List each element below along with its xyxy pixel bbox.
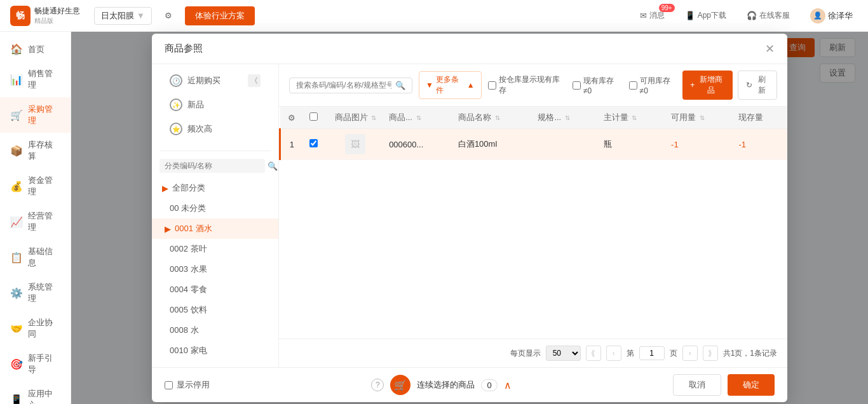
product-table: ⚙ 商品图片 ⇅ [279, 107, 787, 160]
show-disabled-section: 显示停用 [165, 379, 210, 391]
cancel-button[interactable]: 取消 [673, 374, 721, 396]
star-icon: ⭐ [170, 123, 182, 135]
quick-access-section: 🕐 近期购买 《 ✨ 新品 ⭐ 频次高 [152, 71, 278, 145]
category-00[interactable]: 00 未分类 [152, 198, 278, 219]
refresh-table-button[interactable]: ↻ 刷新 [738, 71, 777, 100]
category-0003[interactable]: 0003 水果 [152, 259, 278, 279]
col-unit-header: 主计量 ⇅ [597, 107, 665, 129]
footer-collapse-button[interactable]: ∧ [504, 379, 512, 391]
message-badge: 99+ [659, 4, 675, 12]
warehouse-checkbox[interactable] [488, 81, 496, 90]
row-code: 000600... [383, 129, 452, 160]
settings-cog-icon[interactable]: ⚙ [288, 113, 295, 123]
category-0001[interactable]: ▶ 0001 酒水 [152, 219, 278, 239]
modal-close-button[interactable]: ✕ [765, 43, 775, 55]
sort-spec-icon: ⇅ [565, 114, 570, 121]
apps-icon: 📱 [10, 394, 23, 405]
row-num: 1 [280, 129, 303, 160]
sort-code-icon: ⇅ [416, 114, 421, 121]
sidebar-item-basic[interactable]: 📋 基础信息 [0, 239, 71, 275]
sidebar-item-system[interactable]: ⚙️ 系统管理 [0, 275, 71, 311]
sidebar-item-collab[interactable]: 🤝 企业协同 [0, 311, 71, 346]
main-content: 查询 刷新 设置 商品参照 ✕ 🕐 [71, 32, 868, 404]
settings-icon-btn[interactable]: ⚙ [159, 8, 177, 23]
add-product-button[interactable]: + 新增商品 [682, 71, 733, 100]
nav-right: ✉ 消息 99+ 📱 App下载 🎧 在线客服 👤 徐泽华 [635, 6, 858, 26]
app-download-button[interactable]: 📱 App下载 [680, 8, 731, 24]
page-size-select[interactable]: 50 100 200 [546, 346, 581, 361]
checkbox-stock-nonzero[interactable]: 现有库存≠0 [573, 76, 620, 95]
sidebar: 🏠 首页 📊 销售管理 🛒 采购管理 📦 库存核算 💰 资金管理 📈 经营管理 … [0, 32, 71, 404]
row-available: -1 [665, 129, 732, 160]
col-checkbox [303, 107, 329, 129]
user-menu[interactable]: 👤 徐泽华 [805, 6, 858, 26]
help-icon[interactable]: ? [371, 379, 384, 391]
table-row[interactable]: 1 🖼 [280, 129, 788, 160]
category-all[interactable]: ▶ 全部分类 [152, 178, 278, 198]
category-0002[interactable]: 0002 茶叶 [152, 239, 278, 259]
avatar: 👤 [810, 8, 825, 24]
available-nonzero-checkbox[interactable] [629, 81, 637, 90]
more-filter-button[interactable]: ▼ 更多条件 ▲ [419, 71, 482, 99]
sidebar-item-business[interactable]: 📈 经营管理 [0, 204, 71, 239]
main-layout: 🏠 首页 📊 销售管理 🛒 采购管理 📦 库存核算 💰 资金管理 📈 经营管理 … [0, 32, 868, 404]
col-settings: ⚙ [280, 107, 303, 129]
sidebar-item-apps[interactable]: 📱 应用中心 [0, 382, 71, 404]
row-checkbox-cell[interactable] [303, 129, 329, 160]
page-number-input[interactable] [639, 346, 665, 360]
category-search-input[interactable] [159, 159, 265, 173]
collab-icon: 🤝 [10, 323, 23, 335]
experience-button[interactable]: 体验行业方案 [185, 6, 255, 25]
last-page-button[interactable]: ⟫ [703, 346, 718, 361]
checkbox-warehouse[interactable]: 按仓库显示现有库存 [488, 74, 564, 96]
sidebar-item-inventory[interactable]: 📦 库存核算 [0, 133, 71, 168]
category-search-icon[interactable]: 🔍 [268, 161, 278, 171]
category-0010[interactable]: 0010 家电 [152, 340, 278, 361]
online-service-button[interactable]: 🎧 在线客服 [742, 8, 795, 24]
store-selector[interactable]: 日太阳膜 ▼ [94, 7, 152, 25]
sidebar-item-sales[interactable]: 📊 销售管理 [0, 62, 71, 97]
first-page-button[interactable]: ⟪ [586, 346, 601, 361]
sort-available-icon: ⇅ [700, 114, 705, 121]
sidebar-item-finance[interactable]: 💰 资金管理 [0, 168, 71, 204]
phone-icon: 📱 [685, 11, 695, 20]
col-stock-header: 现存量 [732, 107, 787, 129]
row-spec [531, 129, 597, 160]
sidebar-item-purchase[interactable]: 🛒 采购管理 [0, 97, 71, 133]
checkbox-available-nonzero[interactable]: 可用库存≠0 [629, 76, 677, 95]
modal-footer: 显示停用 ? 🛒 连续选择的商品 0 ∧ 取消 确定 [152, 367, 787, 402]
confirm-button[interactable]: 确定 [728, 374, 775, 396]
inventory-icon: 📦 [10, 145, 23, 157]
quick-item-frequent[interactable]: ⭐ 频次高 [162, 119, 268, 139]
search-icon[interactable]: 🔍 [395, 81, 405, 90]
image-placeholder-icon: 🖼 [351, 139, 360, 149]
gear-icon: ⚙ [165, 11, 172, 20]
quick-item-recent[interactable]: 🕐 近期购买 《 [162, 71, 268, 91]
category-0005[interactable]: 0005 饮料 [152, 300, 278, 320]
stock-nonzero-checkbox[interactable] [573, 81, 581, 90]
show-disabled-checkbox[interactable] [165, 381, 173, 389]
sidebar-item-home[interactable]: 🏠 首页 [0, 37, 71, 62]
product-search-input[interactable] [296, 81, 391, 90]
category-0008[interactable]: 0008 水 [152, 320, 278, 340]
product-reference-modal: 商品参照 ✕ 🕐 近期购买 《 [152, 34, 787, 402]
sidebar-item-guide[interactable]: 🎯 新手引导 [0, 346, 71, 382]
filter-icon: ▼ [426, 81, 433, 90]
category-0004[interactable]: 0004 零食 [152, 279, 278, 300]
plus-icon: + [690, 81, 695, 90]
sort-image-icon: ⇅ [371, 114, 376, 121]
collapse-button[interactable]: 《 [248, 74, 261, 87]
logo-area: 畅 畅捷通好生意 精品版 [10, 6, 86, 26]
quick-item-new[interactable]: ✨ 新品 [162, 95, 268, 115]
select-all-checkbox[interactable] [309, 112, 318, 121]
headset-icon: 🎧 [747, 11, 757, 20]
system-icon: ⚙️ [10, 287, 23, 299]
prev-page-button[interactable]: ‹ [606, 346, 621, 361]
col-name-header: 商品名称 ⇅ [452, 107, 531, 129]
cart-icon[interactable]: 🛒 [390, 375, 410, 395]
next-page-button[interactable]: › [682, 346, 698, 361]
row-checkbox[interactable] [309, 139, 318, 147]
top-navigation: 畅 畅捷通好生意 精品版 日太阳膜 ▼ ⚙ 体验行业方案 ✉ 消息 99+ 📱 … [0, 0, 868, 32]
message-button[interactable]: ✉ 消息 99+ [635, 8, 670, 24]
sort-name-icon: ⇅ [495, 114, 500, 121]
